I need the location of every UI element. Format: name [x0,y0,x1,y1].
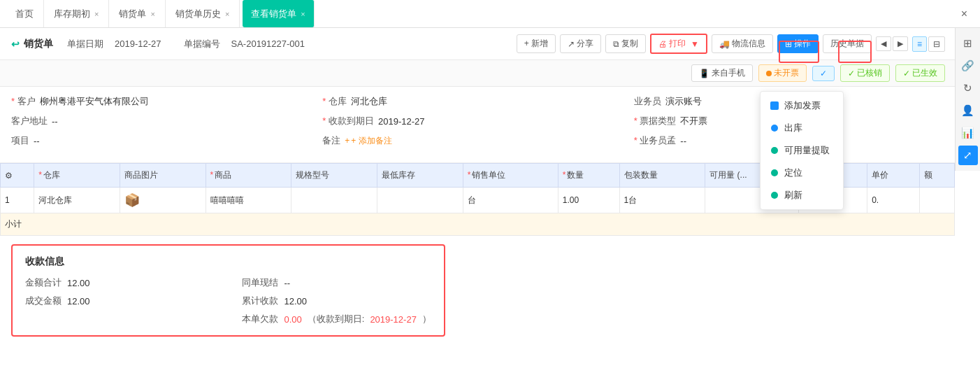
dropdown-add-invoice[interactable]: 添加发票 [761,94,843,117]
payment-grid: 金额合计 12.00 同单现结 -- 成交金额 12.00 累计收款 12.00… [25,276,431,325]
cell-sales-unit: 台 [463,188,558,213]
doc-number-value: SA-20191227-001 [231,38,305,49]
doc-number-label: 单据编号 [184,38,220,50]
ticket-type-value: 不开票 [680,115,707,127]
dot-orange [766,71,772,76]
payment-box: 收款信息 金额合计 12.00 同单现结 -- 成交金额 12.00 累计收款 … [11,244,445,337]
out-warehouse-icon [770,124,779,132]
note-field: 备注 + + 添加备注 [322,134,633,147]
sidebar: ⊞ 🔗 ↻ 👤 📊 ⤢ [955,28,980,171]
cell-product-image: 📦 [120,188,206,213]
add-note-button[interactable]: + + 添加备注 [345,135,391,147]
dropdown-available-qty[interactable]: 可用量提取 [761,139,843,162]
grid-ops-icon: ⊞ [785,39,792,49]
share-icon: ↗ [568,39,575,49]
from-phone-button[interactable]: 📱 来自手机 [691,64,753,82]
sold-button[interactable]: ✓ 已核销 [840,64,890,82]
close-tab-view[interactable]: × [301,10,305,18]
sidebar-sync-icon[interactable]: ↻ [958,78,978,98]
sidebar-user-icon[interactable]: 👤 [958,101,978,120]
not-opened-button[interactable]: 未开票 [758,64,807,82]
list-view-button[interactable]: ≡ [912,36,927,52]
status-bar: 📱 来自手机 未开票 ✓ ✓ 已核销 ✓ 已生效 [0,60,980,87]
sidebar-grid-icon[interactable]: ⊞ [958,34,978,53]
subtotal-label: 小计 [1,213,955,236]
grid-view-button[interactable]: ⊟ [928,36,945,52]
tab-inventory-init[interactable]: 库存期初 × [44,0,109,27]
ticket-type-label: 票据类型 [634,115,677,127]
payment-balance: 本单欠款 0.00 （收款到期日: 2019-12-27 ） [242,313,431,325]
tab-sales-history[interactable]: 销货单历史 × [166,0,240,27]
salesperson-value: -- [680,136,686,146]
col-warehouse: *仓库 [34,164,120,188]
print-button[interactable]: 🖨 打印 ▼ [650,34,707,54]
cell-min-stock [377,188,463,213]
plus-icon: + [345,136,350,146]
payment-transaction: 成交金额 12.00 [25,295,214,307]
due-date-field: 收款到期日 2019-12-27 [322,115,633,127]
checked-button[interactable]: ✓ [812,66,835,81]
copy-icon: ⧉ [613,39,619,49]
share-button[interactable]: ↗ 分享 [560,34,601,53]
settings-icon: ⚙ [5,171,13,181]
col-settings: ⚙ [1,164,34,188]
prev-record-button[interactable]: ◀ [876,36,891,51]
dropdown-out-warehouse[interactable]: 出库 [761,117,843,139]
history-button[interactable]: 历史单据 [823,34,872,53]
salesperson-label: 业务员孟 [634,134,677,147]
close-tab-inventory[interactable]: × [94,10,99,18]
logistics-button[interactable]: 🚚 物流信息 [712,34,773,53]
phone-icon: 📱 [699,69,709,78]
subtotal-row: 小计 [1,213,955,236]
payment-cumulative: 累计收款 12.00 [242,295,431,307]
col-min-stock: 最低库存 [377,164,463,188]
col-product: *商品 [206,164,291,188]
tab-bar: 首页 库存期初 × 销货单 × 销货单历史 × 查看销货单 × × [0,0,980,28]
customer-field: 客户 柳州粤港平安气体有限公司 [11,95,322,108]
col-quantity: *数量 [558,164,619,188]
close-window-button[interactable]: × [954,8,974,20]
effective-button[interactable]: ✓ 已生效 [895,64,945,82]
project-field: 项目 -- [11,134,322,147]
doc-meta: 单据日期 2019-12-27 单据编号 SA-20191227-001 [67,38,517,50]
refresh-icon [770,191,779,199]
staff-label: 业务员 [634,95,661,108]
nav-arrows: ◀ ▶ [876,36,908,51]
close-tab-history[interactable]: × [225,10,229,18]
next-record-button[interactable]: ▶ [893,36,908,51]
sidebar-table-icon[interactable]: 📊 [958,123,978,143]
operations-button[interactable]: ⊞ 操作 [777,34,819,53]
copy-button[interactable]: ⧉ 复制 [605,34,646,53]
tab-sales-order[interactable]: 销货单 × [109,0,165,27]
tab-view-sales[interactable]: 查看销货单 × [243,0,314,27]
tab-home[interactable]: 首页 [6,0,44,27]
dropdown-locate[interactable]: 定位 [761,162,843,184]
checkmark-sold: ✓ [848,69,855,78]
col-sales-unit: *销售单位 [463,164,558,188]
doc-icon: ↩ [11,38,20,50]
col-pack-qty: 包装数量 [619,164,705,188]
cell-product: 嘻嘻嘻嘻 [206,188,291,213]
sidebar-link-icon[interactable]: 🔗 [958,56,978,76]
address-value: -- [52,116,58,127]
cell-unit-price: 0. [867,188,919,213]
payment-same-order: 同单现结 -- [242,276,431,289]
doc-date-value: 2019-12-27 [115,38,161,49]
payment-title: 收款信息 [25,255,431,268]
due-date-value: 2019-12-27 [378,116,425,127]
col-unit-price: 单价 [867,164,919,188]
available-qty-icon [770,146,779,155]
print-dropdown-arrow: ▼ [691,39,699,49]
view-toggle: ≡ ⊟ [912,36,945,52]
project-label: 项目 [11,134,29,147]
print-icon: 🖨 [658,39,667,49]
warehouse-field: 仓库 河北仓库 [322,95,633,108]
note-label: 备注 [322,134,340,147]
project-value: -- [34,136,40,146]
sidebar-expand-icon[interactable]: ⤢ [958,146,978,165]
dropdown-refresh[interactable]: 刷新 [761,184,843,206]
cell-row-num: 1 [1,188,34,213]
new-button[interactable]: + 新增 [517,34,556,53]
close-tab-sales[interactable]: × [150,10,154,18]
address-field: 客户地址 -- [11,115,322,127]
